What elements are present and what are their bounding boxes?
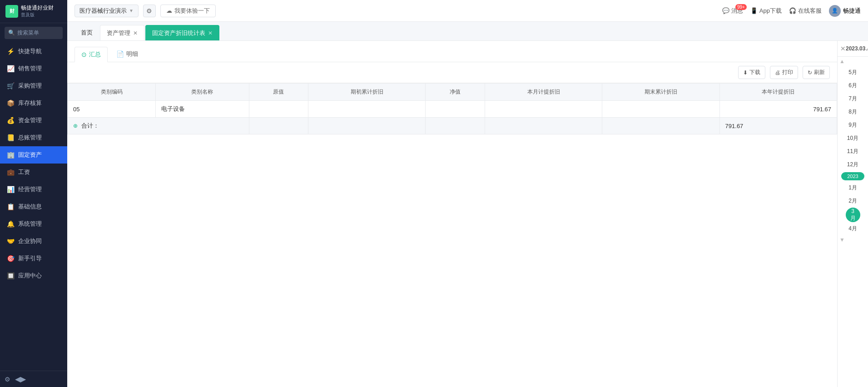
sidebar-bottom: ⚙ ◀▶ bbox=[0, 371, 67, 387]
sidebar-item-inventory[interactable]: 📦 库存核算 bbox=[0, 94, 67, 112]
month-8[interactable]: 8月 bbox=[838, 105, 868, 119]
cell-total-original bbox=[249, 118, 308, 134]
gear-icon: ⚙ bbox=[146, 7, 152, 15]
settings-button[interactable]: ⚙ bbox=[143, 5, 156, 17]
detail-tab-icon: 📄 bbox=[116, 50, 124, 58]
sidebar-item-capital[interactable]: 💰 资金管理 bbox=[0, 112, 67, 129]
sidebar-item-sales[interactable]: 📈 销售管理 bbox=[0, 60, 67, 77]
table-row: 05 电子设备 791.67 bbox=[68, 101, 837, 118]
guide-icon: 🎯 bbox=[6, 255, 15, 262]
cell-total-net bbox=[426, 118, 485, 134]
col-category-code: 类别编码 bbox=[68, 84, 156, 101]
sidebar-item-guide[interactable]: 🎯 新手引导 bbox=[0, 250, 67, 267]
sales-icon: 📈 bbox=[6, 65, 15, 72]
refresh-button[interactable]: ↻ 刷新 bbox=[803, 66, 830, 79]
cell-original-value bbox=[249, 101, 308, 118]
sidebar: 财 畅捷通好业财 普及版 🔍 搜索菜单 ⚡ 快捷导航 📈 销售管理 🛒 采购管理… bbox=[0, 0, 67, 387]
month-2023-4[interactable]: 4月 bbox=[838, 222, 868, 235]
download-btn-icon: ⬇ bbox=[743, 69, 748, 76]
cell-total-period-end bbox=[602, 118, 719, 134]
sidebar-item-fixed-assets[interactable]: 🏢 固定资产 bbox=[0, 146, 67, 164]
search-menu-button[interactable]: 🔍 搜索菜单 bbox=[5, 27, 63, 39]
tab-home[interactable]: 首页 bbox=[74, 25, 99, 40]
inner-tab-detail[interactable]: 📄 明细 bbox=[109, 46, 145, 62]
sidebar-item-operations[interactable]: 📊 经营管理 bbox=[0, 181, 67, 198]
messages-button[interactable]: 💬 消息 99+ bbox=[722, 7, 743, 15]
tab-depreciation-report[interactable]: 固定资产折旧统计表 ✕ bbox=[145, 25, 219, 40]
col-net-value: 净值 bbox=[426, 84, 485, 101]
cell-annual-dep: 791.67 bbox=[719, 101, 837, 118]
cloud-icon: ☁ bbox=[166, 7, 172, 14]
cell-total-accumulated bbox=[308, 118, 426, 134]
system-icon: 🔔 bbox=[6, 220, 15, 228]
summary-tab-icon: ⊙ bbox=[81, 51, 87, 58]
sidebar-item-salary[interactable]: 💼 工资 bbox=[0, 164, 67, 181]
topbar: 医疗器械行业演示 ▼ ⚙ ☁ 我要体验一下 💬 消息 99+ 📱 App下载 🎧… bbox=[67, 0, 868, 22]
user-info[interactable]: 👤 畅捷通 bbox=[829, 5, 861, 17]
company-name: 医疗器械行业演示 bbox=[79, 7, 127, 15]
col-category-name: 类别名称 bbox=[156, 84, 249, 101]
download-icon: 📱 bbox=[750, 7, 758, 14]
sidebar-item-purchase[interactable]: 🛒 采购管理 bbox=[0, 77, 67, 94]
col-annual-depreciation: 本年计提折旧 bbox=[719, 84, 837, 101]
print-button[interactable]: 🖨 打印 bbox=[770, 66, 798, 79]
basic-info-icon: 📋 bbox=[6, 203, 15, 210]
sidebar-item-quick-nav[interactable]: ⚡ 快捷导航 bbox=[0, 43, 67, 60]
month-9[interactable]: 9月 bbox=[838, 119, 868, 132]
message-icon: 💬 bbox=[722, 7, 729, 14]
month-2023-2[interactable]: 2月 bbox=[838, 194, 868, 208]
year-2023-label: 2023 bbox=[841, 172, 864, 180]
inner-tab-summary[interactable]: ⊙ 汇总 bbox=[74, 47, 108, 62]
date-panel: ✕ 2023.03 ⤢ ▲ 5月 6月 7月 8月 9月 10月 11月 12月… bbox=[837, 41, 868, 387]
logo-icon: 财 bbox=[5, 5, 18, 18]
date-panel-expand-button[interactable]: ⤢ bbox=[865, 45, 868, 52]
table-toolbar: ⬇ 下载 🖨 打印 ↻ 刷新 bbox=[67, 62, 837, 83]
sidebar-item-app-center[interactable]: 🔲 应用中心 bbox=[0, 267, 67, 284]
month-7[interactable]: 7月 bbox=[838, 92, 868, 105]
depreciation-table: 类别编码 类别名称 原值 期初累计折旧 净值 本月计提折旧 期末累计折旧 本年计… bbox=[67, 83, 837, 134]
content-main: ⊙ 汇总 📄 明细 ⬇ 下载 🖨 打印 ↻ bbox=[67, 41, 837, 387]
sidebar-item-system[interactable]: 🔔 系统管理 bbox=[0, 215, 67, 233]
sidebar-item-enterprise[interactable]: 🤝 企业协同 bbox=[0, 233, 67, 250]
month-10[interactable]: 10月 bbox=[838, 132, 868, 145]
settings-icon[interactable]: ⚙ bbox=[5, 376, 10, 383]
month-5[interactable]: 5月 bbox=[838, 66, 868, 79]
tab-close-depreciation-report[interactable]: ✕ bbox=[208, 30, 213, 36]
month-11[interactable]: 11月 bbox=[838, 145, 868, 158]
download-button[interactable]: ⬇ 下载 bbox=[738, 66, 765, 79]
month-2023-1[interactable]: 1月 bbox=[838, 181, 868, 194]
date-panel-close-button[interactable]: ✕ bbox=[840, 45, 846, 52]
operations-icon: 📊 bbox=[6, 186, 15, 193]
date-months-list: ▲ 5月 6月 7月 8月 9月 10月 11月 12月 2023 1月 2月 … bbox=[838, 57, 868, 387]
date-nav-down-button[interactable]: ▼ bbox=[838, 235, 847, 244]
print-icon: 🖨 bbox=[775, 69, 780, 76]
app-download-button[interactable]: 📱 App下载 bbox=[750, 7, 782, 15]
col-period-end-accumulated: 期末累计折旧 bbox=[602, 84, 719, 101]
date-panel-header: ✕ 2023.03 ⤢ bbox=[838, 41, 868, 57]
company-dropdown-icon: ▼ bbox=[129, 8, 134, 13]
sidebar-item-basic-info[interactable]: 📋 基础信息 bbox=[0, 198, 67, 215]
tab-close-asset-management[interactable]: ✕ bbox=[133, 30, 138, 36]
data-table-container: 类别编码 类别名称 原值 期初累计折旧 净值 本月计提折旧 期末累计折旧 本年计… bbox=[67, 83, 837, 387]
content-area: ⊙ 汇总 📄 明细 ⬇ 下载 🖨 打印 ↻ bbox=[67, 41, 868, 387]
experience-button[interactable]: ☁ 我要体验一下 bbox=[160, 5, 216, 17]
logo-text: 畅捷通好业财 普及版 bbox=[21, 5, 54, 18]
cell-category-name: 电子设备 bbox=[156, 101, 249, 118]
company-selector[interactable]: 医疗器械行业演示 ▼ bbox=[74, 5, 139, 17]
month-12[interactable]: 12月 bbox=[838, 158, 868, 171]
purchase-icon: 🛒 bbox=[6, 82, 15, 89]
col-original-value: 原值 bbox=[249, 84, 308, 101]
month-6[interactable]: 6月 bbox=[838, 79, 868, 92]
sidebar-item-ledger[interactable]: 📒 总账管理 bbox=[0, 129, 67, 146]
messages-badge: 99+ bbox=[735, 4, 747, 10]
main-area: 医疗器械行业演示 ▼ ⚙ ☁ 我要体验一下 💬 消息 99+ 📱 App下载 🎧… bbox=[67, 0, 868, 387]
date-nav-up-button[interactable]: ▲ bbox=[838, 57, 847, 66]
cell-net-value bbox=[426, 101, 485, 118]
collapse-icon[interactable]: ◀▶ bbox=[15, 375, 26, 383]
tab-asset-management[interactable]: 资产管理 ✕ bbox=[100, 25, 144, 40]
cell-accumulated-dep bbox=[308, 101, 426, 118]
month-2023-3[interactable]: 3月 bbox=[846, 208, 860, 222]
fixed-assets-icon: 🏢 bbox=[6, 151, 15, 159]
capital-icon: 💰 bbox=[6, 117, 15, 124]
customer-service-button[interactable]: 🎧 在线客服 bbox=[789, 7, 822, 15]
